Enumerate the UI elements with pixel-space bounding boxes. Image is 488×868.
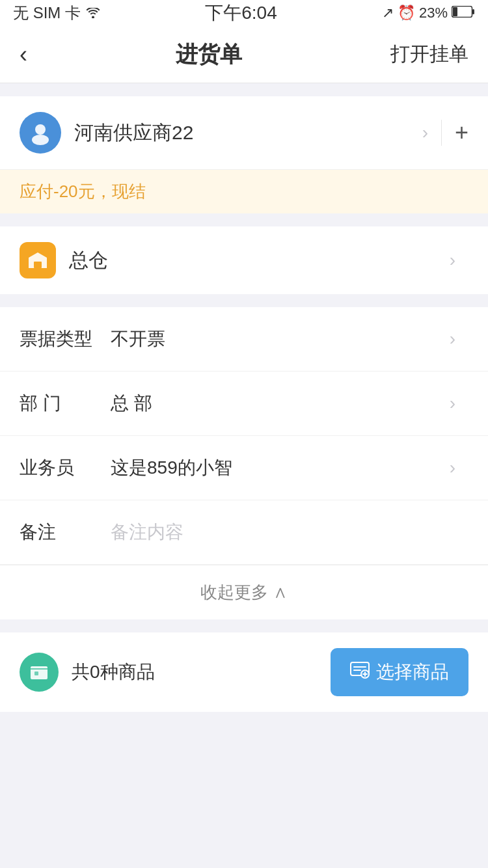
select-product-button[interactable]: 选择商品: [331, 648, 468, 696]
salesperson-row[interactable]: 业务员 这是859的小智 ›: [0, 436, 488, 500]
nav-bar: ‹ 进货单 打开挂单: [0, 26, 488, 83]
warehouse-name: 总仓: [69, 247, 450, 274]
open-pending-button[interactable]: 打开挂单: [390, 41, 468, 68]
status-time: 下午6:04: [205, 1, 277, 25]
supplier-row[interactable]: 河南供应商22 › +: [0, 96, 488, 170]
status-right: ↗ ⏰ 23%: [382, 5, 475, 21]
wifi-icon: [86, 4, 100, 22]
select-product-label: 选择商品: [376, 660, 449, 685]
invoice-type-chevron-icon: ›: [450, 329, 455, 349]
status-bar: 无 SIM 卡 下午6:04 ↗ ⏰ 23%: [0, 0, 488, 26]
form-section: 票据类型 不开票 › 部 门 总 部 › 业务员 这是859的小智 › 备注 备…: [0, 307, 488, 619]
divider: [441, 120, 442, 146]
department-chevron-icon: ›: [450, 393, 455, 414]
section-gap-1: [0, 83, 488, 96]
svg-point-3: [35, 124, 46, 135]
svg-rect-2: [472, 9, 474, 14]
supplier-chevron-icon: ›: [422, 122, 428, 143]
warehouse-row[interactable]: 总仓 ›: [0, 226, 488, 294]
department-row[interactable]: 部 门 总 部 ›: [0, 372, 488, 436]
invoice-type-value: 不开票: [98, 327, 450, 351]
remark-label: 备注: [20, 520, 98, 545]
supplier-section: 河南供应商22 › + 应付-20元，现结: [0, 96, 488, 213]
salesperson-value: 这是859的小智: [98, 455, 450, 480]
svg-rect-1: [453, 7, 457, 16]
warehouse-icon: [20, 242, 56, 278]
invoice-type-label: 票据类型: [20, 327, 98, 351]
collapse-row[interactable]: 收起更多 ∧: [0, 565, 488, 619]
product-icon: [20, 653, 59, 692]
svg-rect-6: [31, 666, 47, 679]
supplier-name: 河南供应商22: [74, 120, 422, 146]
warehouse-section: 总仓 ›: [0, 226, 488, 294]
svg-point-4: [32, 135, 49, 145]
department-value: 总 部: [98, 391, 450, 416]
add-supplier-button[interactable]: +: [455, 119, 468, 146]
status-left: 无 SIM 卡: [13, 3, 100, 23]
warehouse-chevron-icon: ›: [450, 250, 455, 271]
svg-rect-5: [34, 262, 42, 268]
notice-bar: 应付-20元，现结: [0, 170, 488, 213]
select-product-icon: [350, 662, 370, 683]
battery-icon: [452, 5, 475, 21]
location-icon: ↗: [382, 5, 394, 21]
invoice-type-row[interactable]: 票据类型 不开票 ›: [0, 307, 488, 372]
battery-label: 23%: [419, 5, 448, 21]
bottom-fill: [0, 712, 488, 868]
alarm-icon: ⏰: [398, 5, 415, 21]
remark-input[interactable]: 备注内容: [98, 520, 468, 545]
supplier-avatar: [20, 112, 61, 154]
no-sim-label: 无 SIM 卡: [13, 3, 81, 23]
department-label: 部 门: [20, 391, 98, 416]
remark-row[interactable]: 备注 备注内容: [0, 500, 488, 565]
salesperson-label: 业务员: [20, 455, 98, 480]
back-button[interactable]: ‹: [20, 41, 27, 68]
svg-rect-7: [34, 671, 38, 675]
product-section: 共0种商品 选择商品: [0, 632, 488, 712]
salesperson-chevron-icon: ›: [450, 457, 455, 478]
page-title: 进货单: [176, 40, 242, 70]
product-count-label: 共0种商品: [72, 660, 331, 685]
